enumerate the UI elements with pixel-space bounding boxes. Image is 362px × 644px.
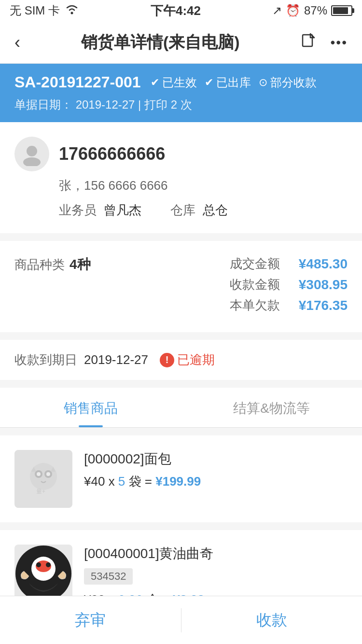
badge-effected: ✔ 已生效 (151, 75, 197, 90)
badge-partial-label: 部分收款 (270, 75, 317, 90)
bottom-bar: 弃审 收款 (0, 596, 362, 644)
quantity-1: 5 (118, 474, 125, 489)
status-right: ↗ ⏰ 87% (272, 4, 352, 17)
tab-sales-products[interactable]: 销售商品 (0, 388, 181, 427)
tab-sales-label: 销售商品 (64, 401, 118, 416)
summary-row: 商品种类 4种 成交金额 ¥485.30 收款金额 ¥308.95 本单欠款 ¥… (14, 255, 348, 318)
received-label: 收款金额 (230, 276, 280, 293)
overdue-label: 已逾期 (177, 351, 215, 368)
battery-text: 87% (304, 4, 327, 17)
summary-left: 商品种类 4种 (14, 255, 91, 274)
alarm-icon: ⏰ (286, 4, 300, 17)
price-base-1: ¥40 (84, 474, 105, 489)
order-header-banner: SA-20191227-001 ✔ 已生效 ✔ 已出库 ⊙ 部分收款 单据日期：… (0, 64, 362, 122)
order-date-row: 单据日期： 2019-12-27 | 打印 2 次 (14, 97, 348, 112)
tab-settlement[interactable]: 结算&物流等 (181, 388, 362, 427)
badge-shipped-label: 已出库 (216, 75, 251, 90)
customer-meta-row: 业务员 曾凡杰 仓库 总仓 (59, 202, 348, 219)
svg-point-8 (46, 472, 50, 476)
svg-point-3 (23, 157, 41, 166)
wifi-icon (65, 4, 79, 17)
customer-avatar (14, 137, 49, 171)
product-type-value: 4种 (70, 255, 91, 274)
location-icon: ↗ (272, 4, 282, 17)
order-id: SA-20191227-001 (14, 73, 141, 91)
svg-point-7 (37, 472, 41, 476)
equals-1: = (145, 474, 155, 489)
overdue-badge: ! 已逾期 (160, 351, 215, 368)
product-price-1: ¥40 x 5 袋 = ¥199.99 (84, 473, 348, 490)
nav-bar: ‹ 销货单详情(来自电脑) ••• (0, 21, 362, 64)
product-thumb-1: 量+ (14, 450, 72, 508)
customer-contact: 张，156 6666 6666 (59, 177, 348, 194)
product-type-label: 商品种类 (14, 256, 65, 273)
print-info: | 打印 2 次 (138, 98, 192, 111)
status-left: 无 SIM 卡 (10, 3, 79, 18)
product-thumb-2 (14, 545, 72, 602)
more-icon[interactable]: ••• (331, 35, 348, 50)
badge-shipped: ✔ 已出库 (205, 75, 251, 90)
sales-item: 业务员 曾凡杰 (59, 202, 141, 219)
product-item: 量+ [0000002]面包 ¥40 x 5 袋 = ¥199.99 (0, 435, 362, 522)
check-icon-2: ✔ (205, 76, 213, 89)
clock-icon: ⊙ (259, 76, 267, 89)
svg-point-0 (71, 12, 73, 14)
svg-text:量+: 量+ (36, 488, 45, 495)
deal-amount-row: 成交金额 ¥485.30 (230, 255, 348, 272)
debt-value: ¥176.35 (290, 298, 348, 313)
unit-1: 袋 (129, 474, 141, 489)
price-x-1: x (109, 474, 118, 489)
product-name-1: [0000002]面包 (84, 450, 348, 468)
status-time: 下午4:42 (151, 2, 201, 19)
check-icon-1: ✔ (151, 76, 159, 89)
order-date: 2019-12-27 (76, 98, 135, 111)
product-type-item: 商品种类 4种 (14, 255, 91, 274)
svg-point-4 (30, 463, 57, 490)
customer-name: 17666666666 (59, 144, 165, 164)
debt-amount-row: 本单欠款 ¥176.35 (230, 297, 348, 314)
warehouse-label: 仓库 (170, 203, 195, 217)
total-1: ¥199.99 (155, 474, 201, 489)
warehouse-value: 总仓 (203, 203, 228, 217)
status-badges: ✔ 已生效 ✔ 已出库 ⊙ 部分收款 (151, 75, 317, 90)
due-date-value: 2019-12-27 (84, 352, 148, 367)
tab-settlement-label: 结算&物流等 (233, 401, 310, 416)
customer-section: 17666666666 张，156 6666 6666 业务员 曾凡杰 仓库 总… (0, 122, 362, 233)
deal-amount-value: ¥485.30 (290, 256, 348, 272)
date-label: 单据日期： (14, 98, 72, 111)
status-bar: 无 SIM 卡 下午4:42 ↗ ⏰ 87% (0, 0, 362, 21)
deal-amount-label: 成交金额 (230, 255, 280, 272)
share-icon[interactable] (301, 33, 316, 52)
svg-point-14 (46, 562, 51, 567)
cancel-button[interactable]: 弃审 (0, 600, 181, 641)
received-value: ¥308.95 (290, 277, 348, 293)
confirm-button[interactable]: 收款 (181, 600, 362, 641)
page-title: 销货单详情(来自电脑) (81, 31, 240, 54)
due-date-section: 收款到期日 2019-12-27 ! 已逾期 (0, 340, 362, 380)
tab-bar: 销售商品 结算&物流等 (0, 388, 362, 428)
svg-point-2 (27, 146, 37, 156)
sales-value: 曾凡杰 (104, 203, 141, 217)
product-placeholder-1: 量+ (14, 450, 72, 508)
summary-right: 成交金额 ¥485.30 收款金额 ¥308.95 本单欠款 ¥176.35 (230, 255, 348, 318)
nav-right-actions: ••• (301, 33, 348, 52)
sales-label: 业务员 (59, 203, 97, 217)
divider-1 (0, 233, 362, 241)
debt-label: 本单欠款 (230, 297, 280, 314)
back-button[interactable]: ‹ (14, 32, 20, 53)
svg-point-13 (36, 562, 41, 567)
overdue-icon: ! (160, 353, 174, 367)
warehouse-item: 仓库 总仓 (170, 202, 228, 219)
summary-section: 商品种类 4种 成交金额 ¥485.30 收款金额 ¥308.95 本单欠款 ¥… (0, 241, 362, 332)
received-amount-row: 收款金额 ¥308.95 (230, 276, 348, 293)
badge-effected-label: 已生效 (162, 75, 197, 90)
product-info-1: [0000002]面包 ¥40 x 5 袋 = ¥199.99 (84, 450, 348, 490)
product-name-2: [000400001]黄油曲奇 (84, 545, 348, 563)
carrier-text: 无 SIM 卡 (10, 3, 60, 18)
battery-icon (331, 5, 352, 16)
due-label: 收款到期日 (14, 351, 77, 368)
badge-partial: ⊙ 部分收款 (259, 75, 317, 90)
customer-top-row: 17666666666 (14, 137, 348, 171)
divider-3 (0, 380, 362, 388)
product-tag-2: 534532 (84, 568, 133, 585)
